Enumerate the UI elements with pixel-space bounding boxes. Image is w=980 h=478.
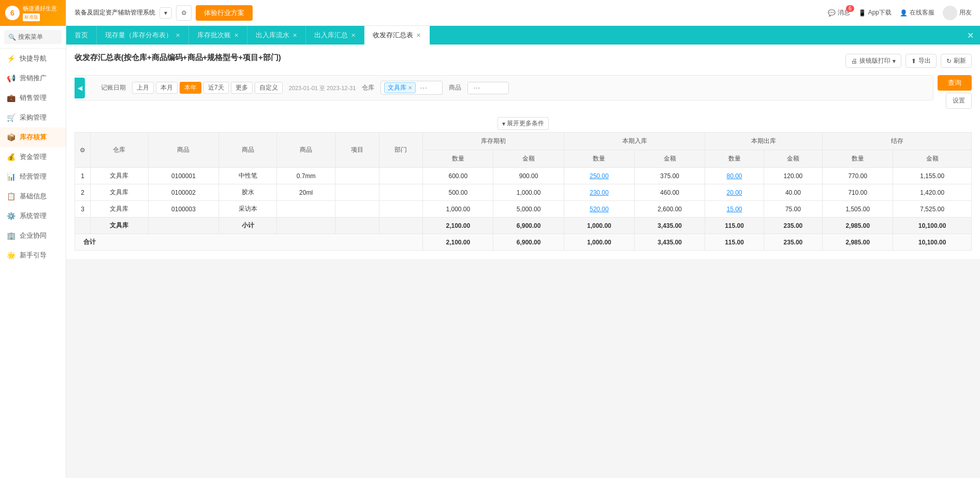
tab-batch-account-close[interactable]: ✕ xyxy=(234,32,239,39)
tab-in-out-summary-close[interactable]: ✕ xyxy=(351,32,356,39)
filter-toggle-button[interactable]: ◀ xyxy=(75,78,85,98)
cell-in-qty[interactable]: 520.00 xyxy=(564,201,634,218)
warehouse-tag: 文具库 ✕ xyxy=(384,82,416,93)
warehouse-more[interactable]: ··· xyxy=(418,83,429,93)
th-closing-amt: 金额 xyxy=(893,150,972,168)
cell-in-qty[interactable]: 230.00 xyxy=(564,184,634,201)
date-btn-more[interactable]: 更多 xyxy=(231,82,253,94)
settings-button[interactable]: ⚙ xyxy=(176,5,192,21)
header-right: 💬 消息 6 📱 App下载 👤 在线客服 用友 xyxy=(828,6,972,20)
date-btn-7days[interactable]: 近7天 xyxy=(203,82,229,94)
search-menu-button[interactable]: 🔍 搜索菜单 xyxy=(4,30,62,44)
cell-out-amt: 75.00 xyxy=(764,201,822,218)
th-group-closing: 结存 xyxy=(823,133,972,150)
th-group-opening: 库存期初 xyxy=(423,133,564,150)
date-btn-this-year[interactable]: 本年 xyxy=(180,82,201,94)
sidebar-item-label: 基础信息 xyxy=(20,192,47,201)
tab-in-out-flow[interactable]: 出入库流水 ✕ xyxy=(247,26,306,45)
sidebar-item-guide[interactable]: 🌟 新手引导 xyxy=(0,245,66,265)
export-button[interactable]: ⬆ 导出 xyxy=(905,54,937,68)
sidebar-item-inventory[interactable]: 📦 库存核算 xyxy=(0,127,66,147)
query-button[interactable]: 查询 xyxy=(938,75,972,91)
goods-filter[interactable]: ··· xyxy=(467,82,509,94)
sidebar-item-operations[interactable]: 📊 经营管理 xyxy=(0,167,66,186)
date-btn-this-month[interactable]: 本月 xyxy=(156,82,178,94)
cell-warehouse: 文具库 xyxy=(91,184,149,201)
cell-spec: 20ml xyxy=(276,184,335,201)
date-btn-custom[interactable]: 自定义 xyxy=(255,82,283,94)
purchase-icon: 🛒 xyxy=(6,113,16,122)
cell-out-qty[interactable]: 15.00 xyxy=(705,201,764,218)
tab-in-out-flow-close[interactable]: ✕ xyxy=(292,32,297,39)
cell-in-qty: 1,000.00 xyxy=(564,218,634,234)
sidebar-item-quick-nav[interactable]: ⚡ 快捷导航 xyxy=(0,49,66,68)
tab-in-out-summary[interactable]: 出入库汇总 ✕ xyxy=(306,26,364,45)
system-name: 装备及固定资产辅助管理系统 xyxy=(75,8,155,17)
cell-warehouse: 文具库 xyxy=(91,201,149,218)
expand-label: 展开更多条件 xyxy=(507,119,544,128)
sidebar-item-purchase[interactable]: 🛒 采购管理 xyxy=(0,108,66,127)
export-icon: ⬆ xyxy=(911,57,916,65)
footer-in-amt: 3,435.00 xyxy=(635,234,705,251)
filter-inner: 记账日期 上月 本月 本年 近7天 更多 自定义 2023-01-01 至 20… xyxy=(101,81,925,95)
refresh-icon: ↻ xyxy=(946,57,952,65)
footer-out-amt: 235.00 xyxy=(764,234,822,251)
date-quick-buttons: 上月 本月 本年 近7天 更多 自定义 xyxy=(132,82,283,94)
date-btn-last-month[interactable]: 上月 xyxy=(132,82,154,94)
cell-warehouse: 文具库 xyxy=(91,168,149,184)
th-opening-qty: 数量 xyxy=(423,150,493,168)
cell-out-qty[interactable]: 80.00 xyxy=(705,168,764,184)
cell-project xyxy=(335,168,379,184)
expand-conditions-button[interactable]: ▾ 展开更多条件 xyxy=(498,117,549,130)
sidebar-item-label: 快捷导航 xyxy=(20,54,47,63)
notification-button[interactable]: 💬 消息 6 xyxy=(828,8,850,17)
sidebar-item-basic-info[interactable]: 📋 基础信息 xyxy=(0,186,66,206)
tab-receipt-summary[interactable]: 收发存汇总表 ✕ xyxy=(364,26,430,45)
warehouse-filter[interactable]: 文具库 ✕ ··· xyxy=(381,81,443,95)
tab-inventory-dist-close[interactable]: ✕ xyxy=(175,32,180,39)
cell-open-qty: 1,000.00 xyxy=(423,201,493,218)
sidebar-item-system[interactable]: ⚙️ 系统管理 xyxy=(0,206,66,226)
tab-inventory-dist[interactable]: 现存量（库存分布表） ✕ xyxy=(97,26,189,45)
th-settings[interactable]: ⚙ xyxy=(75,133,91,168)
sidebar-item-sales[interactable]: 💼 销售管理 xyxy=(0,88,66,108)
cell-warehouse: 文具库 xyxy=(91,218,149,234)
finance-icon: 💰 xyxy=(6,152,16,162)
tab-bar-close[interactable]: ✕ xyxy=(961,26,980,45)
tab-in-out-summary-label: 出入库汇总 xyxy=(314,31,348,40)
print-button[interactable]: 🖨 拔镜版打印 ▾ xyxy=(845,54,901,68)
tab-receipt-summary-close[interactable]: ✕ xyxy=(416,32,421,39)
sidebar-item-finance[interactable]: 💰 资金管理 xyxy=(0,147,66,167)
warehouse-tag-close[interactable]: ✕ xyxy=(408,85,412,91)
tab-batch-account[interactable]: 库存批次账 ✕ xyxy=(189,26,247,45)
cell-close-qty: 1,505.00 xyxy=(823,201,893,218)
trial-button[interactable]: 体验行业方案 xyxy=(196,5,253,21)
tab-bar: 首页 现存量（库存分布表） ✕ 库存批次账 ✕ 出入库流水 ✕ 出入库汇总 ✕ … xyxy=(66,26,980,45)
cell-spec xyxy=(276,201,335,218)
sidebar-item-label: 经营管理 xyxy=(20,172,47,181)
cell-open-qty: 500.00 xyxy=(423,184,493,201)
tab-home-label: 首页 xyxy=(75,31,88,40)
user-menu[interactable]: 用友 xyxy=(943,6,972,20)
sidebar-item-label: 系统管理 xyxy=(20,211,47,221)
th-code: 商品 xyxy=(148,133,218,168)
cell-in-qty[interactable]: 250.00 xyxy=(564,168,634,184)
system-dropdown-button[interactable]: ▾ xyxy=(159,7,172,19)
sidebar-item-enterprise[interactable]: 🏢 企业协同 xyxy=(0,226,66,245)
sidebar-item-marketing[interactable]: 📢 营销推广 xyxy=(0,68,66,88)
column-setting-button[interactable]: 设置 xyxy=(946,93,972,109)
th-opening-amt: 金额 xyxy=(493,150,564,168)
cell-close-qty: 770.00 xyxy=(823,168,893,184)
cell-out-qty[interactable]: 20.00 xyxy=(705,184,764,201)
logo-icon: 6 xyxy=(5,6,20,20)
refresh-button[interactable]: ↻ 刷新 xyxy=(941,54,972,68)
cell-in-amt: 3,435.00 xyxy=(635,218,705,234)
marketing-icon: 📢 xyxy=(6,74,16,83)
tab-home[interactable]: 首页 xyxy=(66,26,97,45)
header-left: 装备及固定资产辅助管理系统 ▾ ⚙ 体验行业方案 xyxy=(75,5,253,21)
app-download-button[interactable]: 📱 App下载 xyxy=(858,8,891,17)
app-download-label: App下载 xyxy=(868,8,891,17)
top-header: 装备及固定资产辅助管理系统 ▾ ⚙ 体验行业方案 💬 消息 6 📱 App下载 … xyxy=(66,0,980,26)
online-service-button[interactable]: 👤 在线客服 xyxy=(900,8,934,17)
goods-more[interactable]: ··· xyxy=(471,83,482,93)
